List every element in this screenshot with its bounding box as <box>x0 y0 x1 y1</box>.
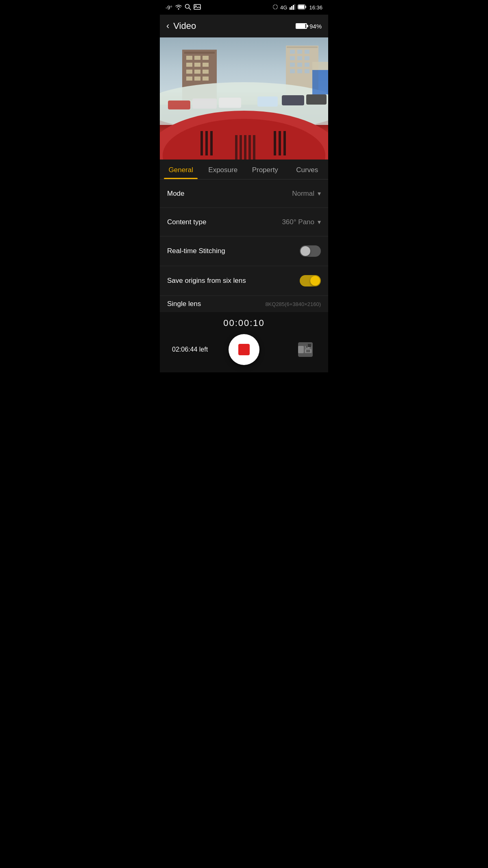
svg-rect-46 <box>257 96 278 107</box>
status-left: -9° <box>166 4 201 11</box>
single-lens-value: 8KQ285(6+3840×2160) <box>265 301 321 307</box>
svg-rect-57 <box>235 135 237 160</box>
stitching-toggle[interactable] <box>300 245 321 257</box>
svg-rect-15 <box>186 56 192 60</box>
mode-value-area[interactable]: Normal ▾ <box>292 190 321 198</box>
video-preview <box>160 37 328 160</box>
svg-rect-51 <box>200 131 203 155</box>
save-button[interactable] <box>295 339 316 360</box>
svg-rect-23 <box>203 70 209 74</box>
svg-rect-53 <box>210 131 213 155</box>
svg-rect-24 <box>186 77 192 81</box>
svg-rect-19 <box>194 63 200 67</box>
svg-rect-7 <box>291 6 292 10</box>
single-lens-label: Single lens <box>167 300 201 308</box>
svg-rect-16 <box>194 56 200 60</box>
svg-rect-29 <box>290 50 295 54</box>
record-button-wrap <box>229 334 259 365</box>
svg-rect-63 <box>312 62 328 70</box>
svg-rect-5 <box>273 4 278 9</box>
mode-value: Normal <box>292 190 314 198</box>
svg-rect-45 <box>219 98 241 108</box>
svg-rect-20 <box>203 63 209 67</box>
tab-exposure[interactable]: Exposure <box>202 160 244 179</box>
svg-rect-11 <box>298 5 305 9</box>
page-title: Video <box>173 21 196 31</box>
stitching-row: Real-time Stitching <box>160 236 328 266</box>
network-label: 4G <box>280 4 287 11</box>
svg-rect-61 <box>253 135 255 160</box>
signal-diamond-icon <box>273 4 278 11</box>
svg-rect-14 <box>184 52 215 54</box>
svg-rect-55 <box>279 131 281 155</box>
tab-property[interactable]: Property <box>244 160 286 179</box>
content-type-label: Content type <box>167 218 206 226</box>
svg-rect-62 <box>312 70 328 94</box>
svg-rect-47 <box>282 95 304 105</box>
svg-point-0 <box>178 8 179 9</box>
battery-percent: 94% <box>309 23 322 30</box>
svg-rect-31 <box>305 50 309 54</box>
svg-rect-38 <box>290 69 295 73</box>
save-icon <box>298 342 313 357</box>
bottom-controls: 02:06:44 left <box>160 332 328 372</box>
tabs-bar: General Exposure Property Curves <box>160 160 328 179</box>
svg-rect-48 <box>306 94 327 105</box>
svg-rect-60 <box>248 135 251 160</box>
back-button[interactable]: ‹ <box>166 21 169 31</box>
content-type-dropdown-arrow: ▾ <box>318 218 321 226</box>
content-type-value: 360° Pano <box>282 218 314 226</box>
content-type-value-area[interactable]: 360° Pano ▾ <box>282 218 321 226</box>
settings-list: Mode Normal ▾ Content type 360° Pano ▾ R… <box>160 179 328 296</box>
svg-rect-68 <box>306 350 310 352</box>
svg-rect-26 <box>203 77 209 81</box>
search-icon <box>185 4 191 11</box>
svg-rect-32 <box>290 56 295 60</box>
svg-rect-22 <box>194 70 200 74</box>
svg-rect-25 <box>194 77 200 81</box>
mode-dropdown-arrow: ▾ <box>318 190 321 197</box>
svg-rect-8 <box>293 5 294 10</box>
battery-status: 94% <box>296 23 322 30</box>
save-origins-row: Save origins from six lens <box>160 266 328 296</box>
svg-rect-44 <box>192 98 217 109</box>
save-svg <box>304 343 313 356</box>
svg-rect-59 <box>244 135 246 160</box>
tab-general[interactable]: General <box>160 160 202 179</box>
battery-fill <box>296 24 305 28</box>
stitching-toggle-thumb <box>301 246 310 256</box>
battery-icon <box>298 4 307 11</box>
video-scene <box>160 37 328 160</box>
save-origins-toggle[interactable] <box>300 275 321 286</box>
save-origins-toggle-thumb <box>310 276 320 286</box>
single-lens-row[interactable]: Single lens 8KQ285(6+3840×2160) <box>160 296 328 312</box>
content-type-row[interactable]: Content type 360° Pano ▾ <box>160 208 328 236</box>
svg-rect-58 <box>240 135 242 160</box>
tab-curves[interactable]: Curves <box>286 160 329 179</box>
svg-rect-6 <box>290 7 291 10</box>
svg-rect-18 <box>186 63 192 67</box>
svg-rect-17 <box>203 56 209 60</box>
signal-icon <box>290 4 295 11</box>
time-left: 02:06:44 left <box>172 346 208 353</box>
svg-line-2 <box>189 8 191 10</box>
mode-row[interactable]: Mode Normal ▾ <box>160 179 328 208</box>
svg-rect-40 <box>305 69 309 73</box>
svg-rect-35 <box>290 63 295 67</box>
svg-rect-56 <box>283 131 286 155</box>
record-button[interactable] <box>229 334 259 365</box>
time: 16:36 <box>309 4 322 11</box>
save-origins-label: Save origins from six lens <box>167 277 246 285</box>
svg-rect-37 <box>305 63 309 67</box>
svg-rect-33 <box>297 56 302 60</box>
svg-rect-54 <box>274 131 276 155</box>
svg-rect-66 <box>306 346 308 348</box>
svg-rect-21 <box>186 70 192 74</box>
svg-rect-28 <box>287 46 318 48</box>
image-icon <box>194 4 201 11</box>
svg-rect-3 <box>194 4 200 9</box>
status-right: 4G 16:36 <box>273 4 322 11</box>
stop-icon <box>238 344 250 355</box>
svg-rect-30 <box>297 50 302 54</box>
nav-left: ‹ Video <box>166 21 196 31</box>
